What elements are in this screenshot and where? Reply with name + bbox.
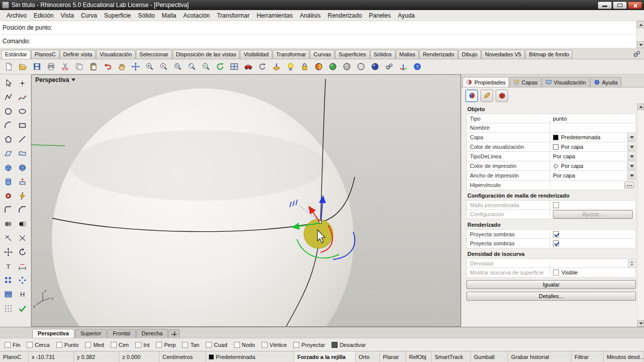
dropdown-button[interactable] <box>627 171 635 180</box>
move-tool-icon[interactable] <box>2 245 16 259</box>
checkbox[interactable] <box>56 342 62 348</box>
status-grabar-historial[interactable]: Grabar historial <box>508 351 572 362</box>
menu-ayuda[interactable]: Ayuda <box>394 11 419 21</box>
zoom-window-icon[interactable] <box>172 61 184 73</box>
checkbox[interactable] <box>27 342 33 348</box>
zoom-in-icon[interactable] <box>143 61 155 73</box>
curve-interpolate-tool-icon[interactable] <box>16 90 30 104</box>
split-tool-icon[interactable] <box>16 231 30 245</box>
print-color-dropdown[interactable]: Por capa <box>550 161 635 170</box>
toolbar-tab-superficies[interactable]: Superficies <box>335 50 369 59</box>
checkbox[interactable] <box>293 342 299 348</box>
osnap-vertice[interactable]: Vértice <box>262 342 287 348</box>
name-input[interactable] <box>550 123 635 132</box>
status-x-10-731[interactable]: x -10.731 <box>29 351 74 362</box>
status-centimetros[interactable]: Centímetros <box>159 351 206 362</box>
osnap-cuad[interactable]: Cuad <box>206 342 227 348</box>
spinner-arrows-icon[interactable] <box>628 259 635 267</box>
toolbar-tab-disposicion-de-las-vistas[interactable]: Disposición de las vistas <box>173 50 240 59</box>
zoom-selected-icon[interactable] <box>200 61 212 73</box>
chamfer-tool-icon[interactable] <box>16 203 30 217</box>
zoom-dynamic-icon[interactable] <box>157 61 170 73</box>
osnap-nodo[interactable]: Nodo <box>234 342 255 348</box>
maximize-button[interactable] <box>613 2 627 9</box>
toolbar-tab-solidos[interactable]: Sólidos <box>370 50 395 59</box>
osnap-cen[interactable]: Cen <box>111 342 129 348</box>
new-viewport-tab[interactable] <box>169 329 180 338</box>
osnap-int[interactable]: Int <box>135 342 149 348</box>
menu-acotacion[interactable]: Acotación <box>180 11 213 21</box>
menu-edicion[interactable]: Edición <box>30 11 57 21</box>
help-icon[interactable]: ? <box>411 61 423 73</box>
line-tool-icon[interactable] <box>16 132 30 146</box>
status-filtrar[interactable]: Filtrar <box>572 351 604 362</box>
density-spinner[interactable] <box>550 259 635 267</box>
copy-icon[interactable] <box>73 61 85 73</box>
dropdown-button[interactable] <box>627 152 635 161</box>
shaded-mode-icon[interactable] <box>341 61 353 73</box>
receives-shadows-checkbox[interactable] <box>550 239 635 248</box>
status-gumball[interactable]: Gumball <box>471 351 508 362</box>
sphere-surface[interactable] <box>52 88 354 326</box>
object-properties-button[interactable] <box>465 89 478 102</box>
lamp-icon[interactable] <box>284 61 296 73</box>
box-tool-icon[interactable] <box>2 160 16 174</box>
panel-scrollbar[interactable] <box>637 104 644 327</box>
viewport-tab-superior[interactable]: Superior <box>75 329 107 338</box>
toolbar-tab-novedades-v5[interactable]: Novedades V5 <box>481 50 525 59</box>
checkbox[interactable] <box>262 342 268 348</box>
checkbox[interactable] <box>156 342 162 348</box>
checkbox[interactable] <box>111 342 117 348</box>
trim-tool-icon[interactable] <box>2 231 16 245</box>
toolbar-tab-definir-vista[interactable]: Definir vista <box>60 50 96 59</box>
checkbox[interactable] <box>332 342 338 348</box>
tab-ayuda[interactable]: ? Ayuda <box>590 77 621 87</box>
details-button[interactable]: Detalles... <box>466 292 636 301</box>
osnap-proyectar[interactable]: Proyectar <box>293 342 325 348</box>
extrude-tool-icon[interactable] <box>16 174 30 189</box>
menu-curva[interactable]: Curva <box>77 11 101 21</box>
select-tool-icon[interactable] <box>2 76 16 90</box>
cut-icon[interactable] <box>59 61 71 73</box>
viewport-tab-derecha[interactable]: Derecha <box>136 329 169 338</box>
close-button[interactable] <box>628 2 642 9</box>
arc-tool-icon[interactable] <box>2 118 16 132</box>
options-icon[interactable] <box>383 61 395 73</box>
menu-renderizado[interactable]: Renderizado <box>324 11 365 21</box>
grid-snap-toggle-tool-icon[interactable] <box>2 301 16 315</box>
checkbox[interactable] <box>206 342 212 348</box>
move-view-icon[interactable] <box>129 61 141 73</box>
menu-superficie[interactable]: Superficie <box>101 11 134 21</box>
menu-herramientas[interactable]: Herramientas <box>253 11 296 21</box>
linetype-dropdown[interactable]: Por capa <box>550 152 635 161</box>
toolbar-tab-mallas[interactable]: Mallas <box>396 50 419 59</box>
viewport-tab-perspectiva[interactable]: Perspectiva <box>32 329 74 338</box>
ghosted-mode-icon[interactable] <box>355 61 367 73</box>
save-icon[interactable] <box>31 61 43 73</box>
new-file-icon[interactable] <box>3 61 15 73</box>
circle-tool-icon[interactable] <box>2 104 16 118</box>
check-tool-icon[interactable] <box>16 301 30 315</box>
zoom-extents-icon[interactable] <box>186 61 198 73</box>
rendered-mode-icon[interactable] <box>327 61 339 73</box>
array-rect-tool-icon[interactable] <box>2 273 16 287</box>
osnap-fin[interactable]: Fin <box>5 342 20 348</box>
tab-visualizacion[interactable]: Visualización <box>542 77 590 87</box>
status-planoc[interactable]: PlanoC <box>0 351 29 362</box>
osnap-cerca[interactable]: Cerca <box>27 342 49 348</box>
dropdown-button[interactable] <box>627 142 635 151</box>
fillet-tool-icon[interactable] <box>2 203 16 217</box>
status-predeterminada[interactable]: Predeterminada <box>206 351 294 362</box>
explode-tool-icon[interactable] <box>16 189 30 203</box>
display-color-dropdown[interactable]: Por capa <box>550 142 635 151</box>
toolbar-tab-transformar[interactable]: Transformar <box>273 50 310 59</box>
osnap-med[interactable]: Med <box>85 342 104 348</box>
hatch-tool-icon[interactable]: H <box>16 287 30 301</box>
ellipse-tool-icon[interactable] <box>16 104 30 118</box>
surface-tool-icon[interactable] <box>2 146 16 160</box>
status-minutos-desd[interactable]: Minutos desd... <box>604 351 644 362</box>
toolbar-tab-visibilidad[interactable]: Visibilidad <box>240 50 272 59</box>
command-scrollbar[interactable] <box>636 21 644 48</box>
osnap-tan[interactable]: Tan <box>182 342 199 348</box>
checkbox[interactable] <box>182 342 188 348</box>
